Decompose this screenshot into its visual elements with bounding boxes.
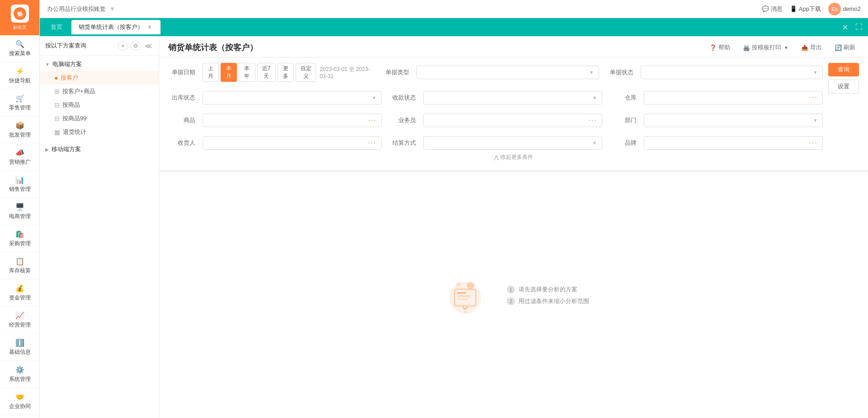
tree-child-by-customer[interactable]: ● 按客户	[40, 71, 159, 85]
tree-arrow-icon: ▼	[45, 62, 50, 67]
sidebar-item-inventory[interactable]: 📋 库存核算	[0, 252, 39, 280]
empty-state: 1 请先选择要分析的方案 2 用过滤条件来缩小分析范围	[159, 172, 868, 418]
left-panel-header: 按以下方案查询 ＋ ⊙ ≪	[40, 36, 159, 56]
left-panel-title: 按以下方案查询	[45, 42, 86, 50]
date-btn-this-year[interactable]: 本年	[239, 63, 255, 82]
sidebar-item-wholesale[interactable]: 📦 批发管理	[0, 117, 39, 144]
search-button[interactable]: 查询	[828, 63, 859, 76]
operations-icon: 📈	[15, 311, 24, 320]
collapse-arrow-icon: ⋀	[494, 154, 499, 161]
date-btn-this-month[interactable]: 本月	[221, 63, 237, 82]
tab-close-btn[interactable]: ✕	[146, 24, 153, 31]
collapse-panel-btn[interactable]: ≪	[143, 41, 153, 51]
tip-number-2: 2	[507, 297, 515, 305]
out-status-select[interactable]: ▼	[203, 91, 382, 104]
sidebar-item-newbie[interactable]: 🎓 新手引导	[0, 415, 39, 418]
edit-plan-btn[interactable]: ⊙	[131, 41, 141, 51]
date-btn-last-7-days[interactable]: 近7天	[257, 63, 276, 82]
add-plan-btn[interactable]: ＋	[118, 41, 128, 51]
tab-maximize-btn[interactable]: ⛶	[854, 21, 864, 33]
finance-icon: 💰	[15, 284, 24, 293]
date-btn-last-month[interactable]: 上月	[203, 63, 219, 82]
date-range-display: 2023-03-01 至 2023-03-31	[320, 66, 375, 80]
sidebar-item-retail[interactable]: 🛒 零售管理	[0, 90, 39, 117]
sidebar-item-marketing[interactable]: 📣 营销推广	[0, 144, 39, 171]
tab-close-all-btn[interactable]: ✕	[840, 21, 850, 33]
svg-text:畅: 畅	[17, 11, 23, 17]
settlement-select[interactable]: ▼	[423, 136, 602, 150]
sidebar-item-basic[interactable]: ℹ️ 基础信息	[0, 334, 39, 361]
sidebar-item-label: 零售管理	[9, 104, 31, 112]
enterprise-icon: 🤝	[15, 393, 24, 401]
filter-area: 单据日期 上月 本月 本年 近7天 更多 自定义 20	[159, 57, 868, 171]
tree-child-by-customer-goods[interactable]: ⊞ 按客户+商品	[40, 85, 159, 98]
receiver-select[interactable]: ···	[203, 136, 382, 150]
sidebar-item-enterprise[interactable]: 🤝 企业协同	[0, 388, 39, 415]
sidebar-item-label: 电商管理	[9, 213, 31, 220]
sidebar-item-finance[interactable]: 💰 资金管理	[0, 280, 39, 307]
tree-child-label: 退货统计	[63, 128, 86, 136]
tip-text-1: 请先选择要分析的方案	[519, 285, 577, 294]
export-btn[interactable]: 📤 导出	[797, 42, 826, 53]
user-profile-btn[interactable]: Ea demo2	[828, 3, 861, 15]
avatar-text: Ea	[832, 6, 838, 12]
brand-dots-icon: ···	[809, 139, 818, 147]
sales-icon: 📊	[15, 176, 24, 184]
empty-illustration	[438, 268, 492, 323]
svg-rect-6	[457, 295, 471, 297]
help-label: 帮助	[718, 43, 730, 52]
date-btn-custom[interactable]: 自定义	[296, 63, 316, 82]
tree-parent-desktop[interactable]: ▼ 电脑端方案	[40, 57, 159, 71]
person-icon: ●	[54, 74, 58, 81]
top-header: 办公用品行业模拟账套 ▼ 💬 消息 📱 App下载 Ea demo2	[40, 0, 868, 18]
sidebar-item-ecommerce[interactable]: 🖥️ 电商管理	[0, 198, 39, 225]
settlement-label: 结算方式	[389, 139, 416, 147]
sidebar-item-search[interactable]: 🔍 搜索菜单	[0, 35, 39, 62]
sidebar-item-label: 企业协同	[9, 403, 31, 410]
sidebar-item-sales[interactable]: 📊 销售管理	[0, 171, 39, 198]
top-header-left: 办公用品行业模拟账套 ▼	[47, 5, 115, 13]
sidebar-item-label: 销售管理	[9, 185, 31, 193]
sidebar-item-label: 经营管理	[9, 321, 31, 329]
sidebar-item-shortcut[interactable]: ⚡ 快捷导航	[0, 62, 39, 90]
help-btn[interactable]: ❓ 帮助	[706, 42, 734, 53]
department-select[interactable]: ▼	[644, 114, 823, 127]
ecommerce-icon: 🖥️	[15, 203, 24, 211]
order-status-label: 单据状态	[606, 68, 633, 76]
dropdown-arrow-icon: ▼	[109, 5, 115, 12]
app-download-btn[interactable]: 📱 App下载	[790, 5, 821, 13]
tree-child-return-stats[interactable]: ▦ 退货统计	[40, 125, 159, 139]
messages-btn[interactable]: 💬 消息	[762, 5, 783, 13]
tip-number-1: 1	[507, 285, 515, 294]
brand-label: 品牌	[609, 139, 637, 147]
date-btn-more[interactable]: 更多	[278, 63, 294, 82]
settings-button[interactable]: 设置	[828, 79, 859, 94]
sidebar-item-system[interactable]: ⚙️ 系统管理	[0, 361, 39, 388]
sidebar-item-purchase[interactable]: 🛍️ 采购管理	[0, 225, 39, 252]
tree-child-by-goods[interactable]: ⊟ 按商品	[40, 98, 159, 112]
tab-sales-stats[interactable]: 销货单统计表（按客户） ✕	[71, 20, 160, 34]
refresh-label: 刷新	[844, 43, 855, 52]
tree-child-label: 按商品99	[62, 114, 86, 123]
tree-group-desktop: ▼ 电脑端方案 ● 按客户 ⊞ 按客户+商品 ⊟ 按商品 ⊟ 按商品99	[40, 56, 159, 141]
tab-home[interactable]: 首页	[43, 20, 70, 34]
collection-status-select[interactable]: ▼	[423, 91, 602, 104]
tree-parent-mobile[interactable]: ▶ 移动端方案	[40, 142, 159, 156]
filter-row-receiver: 收货人 ··· 结算方式 ▼ 品牌	[168, 136, 823, 150]
chart-icon: ▦	[54, 128, 60, 136]
warehouse-select[interactable]: ···	[644, 91, 823, 104]
tab-bar: 首页 销货单统计表（按客户） ✕ ✕ ⛶	[40, 18, 868, 36]
shortcut-icon: ⚡	[15, 67, 24, 76]
collapse-more-btn[interactable]: ⋀ 收起更多条件	[168, 150, 859, 165]
salesperson-select[interactable]: ···	[423, 114, 602, 127]
order-type-select[interactable]: ▼	[416, 66, 599, 79]
collection-status-arrow-icon: ▼	[592, 95, 597, 100]
template-print-btn[interactable]: 🖨️ 按模板打印	[739, 42, 792, 53]
goods-select[interactable]: ···	[203, 114, 382, 127]
order-status-select[interactable]: ▼	[641, 66, 823, 79]
tree-child-by-goods-99[interactable]: ⊟ 按商品99	[40, 112, 159, 125]
filter-row-status: 出库状态 ▼ 收款状态 ▼ 仓库	[168, 91, 823, 104]
sidebar-item-operations[interactable]: 📈 经营管理	[0, 307, 39, 334]
refresh-btn[interactable]: 🔄 刷新	[831, 42, 859, 53]
brand-select[interactable]: ···	[644, 136, 823, 150]
